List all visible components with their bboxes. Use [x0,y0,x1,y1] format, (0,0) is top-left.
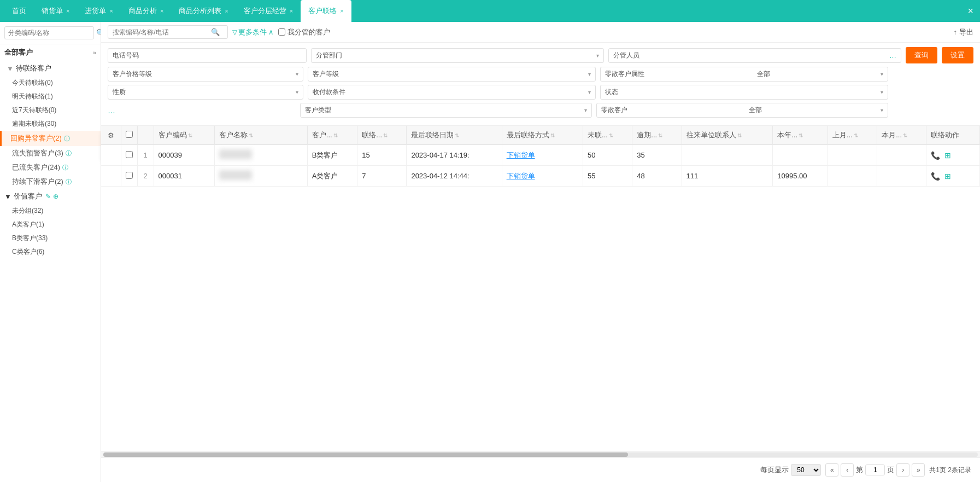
my-customers-check[interactable] [278,28,285,36]
th-last-month[interactable]: 上月...⇅ [828,126,877,145]
info-icon-declining[interactable]: ⓘ [66,178,72,186]
sidebar-item-overdue[interactable]: 逾期未联络(30) [0,117,101,131]
th-this-month[interactable]: 本月...⇅ [877,126,926,145]
action-phone-icon-2[interactable]: 📞 [931,172,940,181]
sidebar-group-pending[interactable]: ▼ 待联络客户 [0,61,101,76]
td-contacts-2: 7 [357,166,407,187]
close-sales-icon[interactable]: × [66,8,69,14]
info-icon-churned[interactable]: ⓘ [62,164,68,172]
th-not-contacted[interactable]: 未联...⇅ [583,126,632,145]
query-button[interactable]: 查询 [906,47,937,63]
sidebar-item-churned[interactable]: 已流失客户(24) ⓘ [0,160,101,175]
filter-customer-level[interactable]: 客户等级 ▾ [308,67,596,82]
th-check[interactable] [121,126,137,145]
filter-phone[interactable]: 电话号码 [108,48,307,63]
select-all-checkbox[interactable] [126,131,133,138]
th-unit-contacts[interactable]: 往来单位联系人⇅ [682,126,773,145]
th-num [137,126,154,145]
nav-item-product-list[interactable]: 商品分析列表 × [171,0,236,22]
td-last-method-2[interactable]: 下销货单 [502,166,583,187]
nav-item-home[interactable]: 首页 [4,0,34,22]
horizontal-scrollbar[interactable] [101,451,980,457]
th-settings[interactable]: ⚙ [101,126,121,145]
sidebar-item-class-b[interactable]: B类客户(33) [0,231,101,245]
filter-gender[interactable]: 性质 ▾ [108,85,303,100]
scrollbar-track[interactable] [103,452,978,457]
td-last-method-1[interactable]: 下销货单 [502,145,583,166]
sidebar-search-input[interactable] [4,26,94,39]
gear-icon[interactable]: ⚙ [108,131,114,140]
edit-value-group-icon[interactable]: ✎ [45,193,51,200]
scrollbar-thumb[interactable] [103,452,628,457]
prev-page-btn[interactable]: ‹ [841,463,854,477]
action-note-icon-2[interactable]: ⊞ [944,172,951,181]
last-method-link-1[interactable]: 下销货单 [507,151,535,159]
row2-checkbox[interactable] [126,172,133,179]
td-last-date-1: 2023-04-17 14:19: [407,145,502,166]
close-contact-icon[interactable]: × [340,8,343,14]
sidebar-item-repurchase-abnormal[interactable]: 回购异常客户(2) ⓘ [0,131,101,146]
nav-item-customer-contact[interactable]: 客户联络 × [301,0,351,22]
next-page-btn[interactable]: › [896,463,909,477]
nav-item-purchase[interactable]: 进货单 × [77,0,120,22]
th-level[interactable]: 客户...⇅ [307,126,357,145]
filter-payment[interactable]: 收付款条件 ▾ [308,85,596,100]
sidebar-item-ungrouped[interactable]: 未分组(32) [0,204,101,218]
th-last-contact-method[interactable]: 最后联络方式⇅ [502,126,583,145]
action-phone-icon-1[interactable]: 📞 [931,151,940,160]
close-mgmt-icon[interactable]: × [290,8,293,14]
per-page-select[interactable]: 50 20 100 [791,464,821,476]
sidebar-item-churn-warning[interactable]: 流失预警客户(3) ⓘ [0,146,101,160]
sidebar-item-today[interactable]: 今天待联络(0) [0,76,101,90]
th-last-contact-date[interactable]: 最后联络日期⇅ [407,126,502,145]
close-analysis-icon[interactable]: × [160,8,163,14]
my-customers-checkbox[interactable]: 我分管的客户 [278,27,330,37]
add-value-group-icon[interactable]: ⊕ [53,193,58,200]
td-check-2[interactable] [121,166,137,187]
more-conditions-btn[interactable]: ▽ 更多条件 ∧ [232,27,274,37]
filter-dept[interactable]: 分管部门 ▾ [311,48,604,63]
action-note-icon-1[interactable]: ⊞ [944,151,951,160]
close-purchase-icon[interactable]: × [109,8,113,14]
filter-bar: 🔍 ▽ 更多条件 ∧ 我分管的客户 ↑ 导出 [101,22,980,43]
filter-retail-attr[interactable]: 零散客户属性 全部 ▾ [600,67,888,82]
filter-person[interactable]: 分管人员 … [608,48,901,63]
filter-price-level[interactable]: 客户价格等级 ▾ [108,67,303,82]
nav-item-sales[interactable]: 销货单 × [34,0,77,22]
td-this-year-1 [773,145,828,166]
first-page-btn[interactable]: « [825,463,838,477]
last-method-link-2[interactable]: 下销货单 [507,172,535,180]
info-icon-repurchase[interactable]: ⓘ [64,135,70,143]
th-contacts[interactable]: 联络...⇅ [357,126,407,145]
sidebar-item-tomorrow[interactable]: 明天待联络(1) [0,90,101,103]
sidebar-item-7days[interactable]: 近7天待联络(0) [0,103,101,117]
filter-status[interactable]: 状态 ▾ [600,85,888,100]
sidebar-item-class-c[interactable]: C类客户(6) [0,245,101,259]
sidebar-item-declining[interactable]: 持续下滑客户(2) ⓘ [0,175,101,189]
export-btn[interactable]: ↑ 导出 [954,27,974,37]
row1-checkbox[interactable] [126,151,133,158]
search-input[interactable] [113,28,211,36]
th-name[interactable]: 客户名称⇅ [215,126,308,145]
row4-dots-icon[interactable]: … [108,106,115,115]
page-number-input[interactable] [865,464,885,475]
sidebar-item-class-a[interactable]: A类客户(1) [0,218,101,231]
person-dots-icon[interactable]: … [889,51,896,60]
td-check-1[interactable] [121,145,137,166]
close-list-icon[interactable]: × [225,8,228,14]
nav-item-product-analysis[interactable]: 商品分析 × [121,0,171,22]
sidebar-collapse-icon[interactable]: » [93,49,96,56]
sidebar-group-value[interactable]: ▼ 价值客户 ✎ ⊕ [0,189,101,204]
sidebar-search-icon[interactable]: 🔍 [96,28,101,37]
search-icon[interactable]: 🔍 [211,28,220,36]
th-overdue[interactable]: 逾期...⇅ [632,126,682,145]
settings-button[interactable]: 设置 [942,47,973,63]
th-code[interactable]: 客户编码⇅ [154,126,215,145]
nav-item-customer-mgmt[interactable]: 客户分层经营 × [236,0,301,22]
last-page-btn[interactable]: » [912,463,925,477]
info-icon-churn[interactable]: ⓘ [66,149,72,158]
filter-customer-type[interactable]: 客户类型 ▾ [300,103,592,118]
filter-retail-customer[interactable]: 零散客户 全部 ▾ [596,103,888,118]
close-all-tabs-icon[interactable]: × [967,5,973,17]
th-this-year[interactable]: 本年...⇅ [773,126,828,145]
